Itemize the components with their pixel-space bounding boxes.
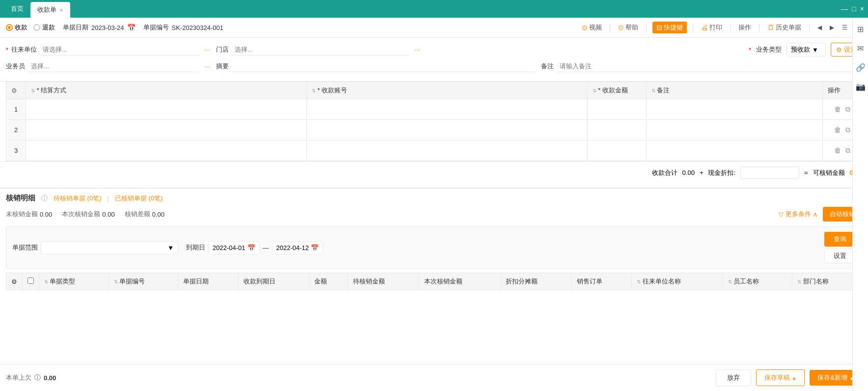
row2-delete-icon[interactable]: 🗑 bbox=[834, 126, 841, 134]
row2-amount[interactable] bbox=[587, 120, 646, 140]
date-to-input[interactable]: 2022-04-12 📅 bbox=[272, 241, 324, 254]
row1-delete-icon[interactable]: 🗑 bbox=[834, 105, 841, 113]
plus-sign: + bbox=[700, 169, 704, 176]
sidebar-table-icon[interactable]: ⊞ bbox=[854, 22, 867, 37]
row1-account[interactable] bbox=[306, 99, 587, 120]
calendar-icon[interactable]: 📅 bbox=[127, 24, 136, 31]
counterpart-label: 往来单位 bbox=[11, 45, 37, 54]
date-value: 2023-03-24 bbox=[91, 24, 124, 31]
equals-sign: = bbox=[804, 169, 808, 176]
close-btn[interactable]: × bbox=[860, 5, 864, 13]
staff-more-btn[interactable]: ··· bbox=[202, 62, 212, 70]
this-bill-label: 本单上欠 bbox=[6, 373, 31, 382]
col-settlement: ⇅ * 结算方式 bbox=[26, 82, 307, 99]
business-type-field: * 业务类型 预收款 ▼ ⚙ 设置 bbox=[426, 43, 862, 56]
list-view-btn[interactable]: ☰ bbox=[840, 24, 849, 31]
table-gear-icon[interactable]: ⚙ bbox=[11, 87, 17, 94]
query-btn[interactable]: 查询 bbox=[824, 232, 856, 247]
save-draft-btn[interactable]: 保存草稿 ▲ bbox=[756, 369, 805, 386]
summary-input[interactable] bbox=[232, 60, 537, 72]
counterpart-more-btn[interactable]: ··· bbox=[202, 46, 212, 54]
gear-bottom-icon[interactable]: ⚙ bbox=[11, 278, 17, 285]
store-input[interactable] bbox=[232, 44, 409, 56]
summary-row: 收款合计 0.00 + 现金折扣: = 可核销金额 0.00 bbox=[0, 161, 868, 184]
select-all-checkbox[interactable] bbox=[27, 278, 34, 284]
date-from-input[interactable]: 2022-04-01 📅 bbox=[208, 241, 260, 254]
note-input[interactable] bbox=[557, 60, 862, 72]
hexiao-info-icon[interactable]: ⓘ bbox=[41, 194, 48, 203]
row3-remark[interactable] bbox=[646, 140, 822, 161]
store-more-btn[interactable]: ··· bbox=[412, 46, 422, 54]
calendar-to-icon: 📅 bbox=[311, 244, 319, 251]
sidebar-email-icon[interactable]: ✉ bbox=[854, 41, 867, 56]
tab-receipt[interactable]: 收款单 × bbox=[30, 2, 70, 18]
tab-close-icon[interactable]: × bbox=[59, 6, 63, 14]
minimize-btn[interactable]: — bbox=[841, 5, 848, 13]
discount-input[interactable] bbox=[740, 167, 799, 179]
row2-copy-icon[interactable]: ⧉ bbox=[845, 126, 850, 134]
row3-account[interactable] bbox=[306, 140, 587, 161]
shortcut-icon: ⊟ bbox=[656, 24, 662, 31]
select-arrow-icon: ▼ bbox=[812, 46, 818, 54]
nav-next-btn[interactable]: ▶ bbox=[828, 24, 836, 31]
sidebar-link-icon[interactable]: 🔗 bbox=[853, 60, 868, 75]
date-to-value: 2022-04-12 bbox=[276, 244, 309, 251]
business-type-select[interactable]: 预收款 ▼ bbox=[787, 43, 826, 56]
save-draft-arrow: ▲ bbox=[792, 375, 797, 381]
discard-btn[interactable]: 放弃 bbox=[716, 369, 751, 386]
maximize-btn[interactable]: □ bbox=[852, 5, 856, 13]
help-icon: ⊙ bbox=[618, 24, 624, 31]
divider5 bbox=[759, 24, 760, 31]
counterpart-input[interactable] bbox=[40, 44, 199, 56]
shortcut-btn[interactable]: ⊟ 快捷键 bbox=[652, 22, 687, 33]
divider4 bbox=[730, 24, 731, 31]
more-conditions-btn[interactable]: ▽ 更多条件 ∧ bbox=[779, 210, 818, 219]
video-btn[interactable]: ⊙ 视频 bbox=[580, 23, 604, 32]
done-tab[interactable]: 已核销单据 (0笔) bbox=[115, 194, 163, 203]
range-select[interactable]: ▼ bbox=[41, 241, 178, 254]
staff-input[interactable] bbox=[28, 60, 199, 72]
store-field: 门店 ··· bbox=[216, 44, 422, 56]
discount-label: 现金折扣: bbox=[708, 168, 735, 177]
row1-amount[interactable] bbox=[587, 99, 646, 120]
col-doc-number: ⇅ 单据编号 bbox=[108, 273, 178, 290]
history-icon: 🗒 bbox=[767, 24, 774, 31]
counterpart-field: * 往来单位 ··· bbox=[6, 44, 212, 56]
row3-settlement[interactable] bbox=[26, 140, 307, 161]
row1-copy-icon[interactable]: ⧉ bbox=[845, 105, 850, 113]
filter-right: ▽ 更多条件 ∧ 自动核销 bbox=[779, 207, 862, 222]
row2-remark[interactable] bbox=[646, 120, 822, 140]
date-label: 单据日期 bbox=[63, 23, 88, 32]
operations-btn[interactable]: 操作 bbox=[736, 23, 753, 32]
radio-receipt-dot bbox=[6, 24, 13, 31]
row2-settlement[interactable] bbox=[26, 120, 307, 140]
row1-settlement[interactable] bbox=[26, 99, 307, 120]
row2-account[interactable] bbox=[306, 120, 587, 140]
table-row: 3 🗑 ⧉ bbox=[6, 140, 862, 161]
calendar-from-icon: 📅 bbox=[247, 244, 255, 251]
this-bill-value: 0.00 bbox=[44, 374, 56, 382]
hexiao-title: 核销明细 bbox=[6, 194, 35, 203]
info-icon: ⓘ bbox=[34, 373, 41, 382]
range-label: 单据范围 bbox=[12, 243, 38, 252]
number-value: SK-20230324-001 bbox=[172, 24, 224, 31]
pending-tab[interactable]: 待核销单据 (0笔) bbox=[54, 194, 102, 203]
row1-remark[interactable] bbox=[646, 99, 822, 120]
col-doc-type: ⇅ 单据类型 bbox=[39, 273, 109, 290]
help-btn[interactable]: ⊙ 帮助 bbox=[616, 23, 640, 32]
row3-amount[interactable] bbox=[587, 140, 646, 161]
row-num-3: 3 bbox=[6, 140, 26, 161]
sidebar-camera-icon[interactable]: 📷 bbox=[853, 79, 868, 94]
radio-refund[interactable]: 退款 bbox=[33, 23, 55, 32]
history-btn[interactable]: 🗒 历史单据 bbox=[765, 23, 803, 32]
check-all-header: ⚙ bbox=[6, 273, 23, 290]
nav-prev-btn[interactable]: ◀ bbox=[815, 24, 824, 31]
print-btn[interactable]: 🖨 打印 bbox=[699, 23, 724, 32]
row3-delete-icon[interactable]: 🗑 bbox=[834, 146, 841, 154]
radio-receipt[interactable]: 收款 bbox=[6, 23, 27, 32]
tab-home[interactable]: 首页 bbox=[4, 0, 30, 18]
date-field-group: 单据日期 2023-03-24 📅 bbox=[63, 23, 136, 32]
row3-copy-icon[interactable]: ⧉ bbox=[845, 146, 850, 154]
filter-settings-btn[interactable]: 设置 bbox=[824, 249, 856, 263]
divider1 bbox=[610, 24, 610, 31]
